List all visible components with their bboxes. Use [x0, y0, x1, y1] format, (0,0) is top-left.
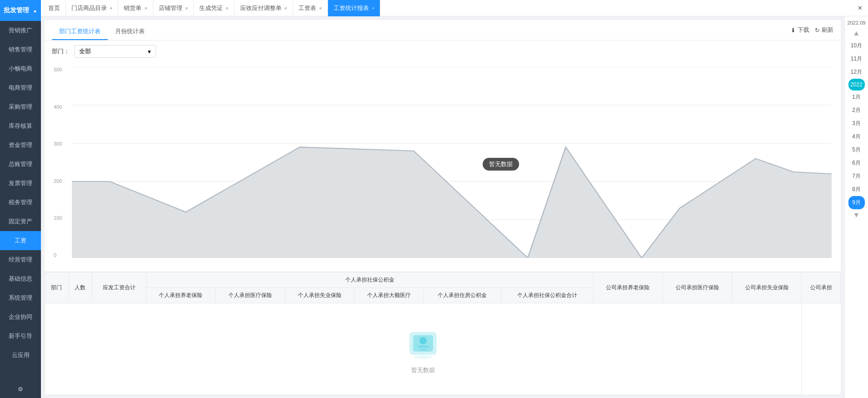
sidebar-item-工资[interactable]: 工资	[0, 231, 41, 250]
sidebar-item-销售管理[interactable]: 销售管理	[0, 40, 41, 59]
tab-生成凭证[interactable]: 生成凭证×	[194, 0, 234, 16]
tab-工资统计报表[interactable]: 工资统计报表×	[328, 0, 380, 16]
no-data-tooltip: 暂无数据	[483, 158, 519, 171]
tab-bar-end: ✕	[858, 5, 866, 11]
tab-close-icon[interactable]: ×	[185, 5, 188, 11]
sidebar-item-营销推广[interactable]: 营销推广	[0, 21, 41, 40]
filter-label: 部门：	[52, 47, 70, 55]
sidebar-item-电商管理[interactable]: 电商管理	[0, 78, 41, 97]
tab-close-icon[interactable]: ×	[226, 5, 228, 11]
sidebar-item-系统管理[interactable]: 系统管理	[0, 288, 41, 307]
tab-close-icon[interactable]: ×	[284, 5, 287, 11]
tab-工资表[interactable]: 工资表×	[293, 0, 328, 16]
sidebar-item-基础信息[interactable]: 基础信息	[0, 269, 41, 288]
sidebar-item-税务管理[interactable]: 税务管理	[0, 193, 41, 212]
tab-close-icon[interactable]: ×	[319, 5, 322, 11]
sidebar-item-经营管理[interactable]: 经营管理	[0, 250, 41, 269]
sidebar-item-总账管理[interactable]: 总账管理	[0, 155, 41, 174]
cal-month-7月[interactable]: 7月	[848, 170, 865, 183]
calendar-panel: 2022.09 ▲ 10月11月12月 2022 1月2月3月4月5月6月7月8…	[844, 16, 868, 398]
tab-店铺管理[interactable]: 店铺管理×	[153, 0, 194, 16]
tab-应收应付调整单[interactable]: 应收应付调整单×	[235, 0, 293, 16]
tab-label: 销货单	[124, 4, 141, 12]
sidebar-header[interactable]: 批发管理 ▲	[0, 0, 41, 21]
settings-icon: ⚙	[18, 386, 23, 393]
table-row: 暂无数据	[45, 303, 841, 395]
empty-state: 暂无数据	[48, 307, 798, 393]
col-count: 人数	[68, 272, 92, 303]
sidebar-arrow-icon: ▲	[33, 8, 37, 13]
tab-首页[interactable]: 首页	[43, 0, 66, 16]
y-label-100: 100	[54, 215, 62, 221]
tab-label: 首页	[48, 4, 60, 12]
sub-tab-月份统计表[interactable]: 月份统计表	[108, 24, 152, 40]
sidebar-settings[interactable]: ⚙	[0, 380, 41, 398]
y-label-400: 400	[54, 104, 62, 110]
tab-销货单[interactable]: 销货单×	[118, 0, 153, 16]
sidebar-item-库存核算[interactable]: 库存核算	[0, 116, 41, 136]
col-company-medical: 公司承担医疗保险	[663, 272, 732, 303]
svg-rect-10	[418, 346, 429, 348]
col-personal-medical: 个人承担医疗保险	[216, 288, 285, 303]
col-company-unemploy: 公司承担失业保险	[732, 272, 802, 303]
chart-y-axis: 500 400 300 200 100 0	[54, 67, 62, 258]
cal-down-nav[interactable]: ▼	[851, 209, 862, 221]
y-label-0: 0	[54, 252, 62, 258]
tab-label: 应收应付调整单	[240, 4, 282, 12]
cal-month-12月[interactable]: 12月	[849, 65, 864, 79]
cal-month-11月[interactable]: 11月	[849, 52, 864, 65]
col-personal-total: 个人承担社保公积金合计	[501, 288, 593, 303]
cal-month-4月[interactable]: 4月	[848, 130, 865, 143]
tab-close-icon[interactable]: ×	[372, 5, 374, 11]
chevron-down-icon: ▾	[148, 48, 151, 55]
sub-tab-部门工资统计表[interactable]: 部门工资统计表	[52, 24, 108, 40]
sub-tab-actions: ⬇ 下载 ↻ 刷新	[791, 26, 833, 38]
sidebar-item-资金管理[interactable]: 资金管理	[0, 136, 41, 155]
sidebar-item-发票管理[interactable]: 发票管理	[0, 174, 41, 193]
refresh-button[interactable]: ↻ 刷新	[815, 26, 833, 34]
col-personal-unemploy: 个人承担失业保险	[285, 288, 354, 303]
col-total-salary: 应发工资合计	[92, 272, 146, 303]
table-container[interactable]: 部门 人数 应发工资合计 个人承担社保公积金 公司承担养老保险 公司承担医疗保险…	[45, 272, 841, 394]
svg-rect-11	[419, 349, 427, 350]
tab-label: 工资统计报表	[333, 4, 369, 12]
close-all-tabs-button[interactable]: ✕	[858, 5, 863, 11]
col-personal-header: 个人承担社保公积金	[146, 272, 593, 288]
col-company-pension: 公司承担养老保险	[593, 272, 663, 303]
sidebar-item-云应用[interactable]: 云应用	[0, 346, 41, 365]
sidebar-item-小畅电商[interactable]: 小畅电商	[0, 59, 41, 78]
tab-门店商品目录[interactable]: 门店商品目录×	[66, 0, 118, 16]
cal-month-9月[interactable]: 9月	[848, 196, 865, 209]
col-dept: 部门	[45, 272, 69, 303]
cal-year-label[interactable]: 2022.09	[847, 18, 867, 27]
cal-month-10月[interactable]: 10月	[849, 39, 864, 52]
col-company-other: 公司承担	[802, 272, 841, 303]
cal-month-5月[interactable]: 5月	[848, 143, 865, 156]
main-area: 首页门店商品目录×销货单×店铺管理×生成凭证×应收应付调整单×工资表×工资统计报…	[41, 0, 868, 398]
sidebar-item-固定资产[interactable]: 固定资产	[0, 212, 41, 231]
sidebar-item-企业协同[interactable]: 企业协同	[0, 307, 41, 327]
cal-up-nav[interactable]: ▲	[851, 27, 862, 39]
data-table: 部门 人数 应发工资合计 个人承担社保公积金 公司承担养老保险 公司承担医疗保险…	[45, 272, 841, 394]
tab-close-icon[interactable]: ×	[110, 5, 112, 11]
cal-month-8月[interactable]: 8月	[848, 183, 865, 196]
cal-month-2月[interactable]: 2月	[848, 104, 865, 117]
tab-label: 门店商品目录	[71, 4, 107, 12]
refresh-label: 刷新	[822, 26, 833, 34]
sidebar-item-新手引导[interactable]: 新手引导	[0, 327, 41, 346]
chart-area: 500 400 300 200 100 0	[45, 62, 841, 272]
cal-month-6月[interactable]: 6月	[848, 156, 865, 170]
department-select[interactable]: 全部 ▾	[74, 45, 156, 58]
tab-close-icon[interactable]: ×	[144, 5, 147, 11]
tab-label: 生成凭证	[199, 4, 223, 12]
cal-month-3月[interactable]: 3月	[848, 117, 865, 130]
svg-point-12	[414, 355, 432, 359]
cal-months-2022: 10月11月12月	[849, 39, 864, 79]
svg-point-9	[419, 337, 427, 344]
sidebar-item-采购管理[interactable]: 采购管理	[0, 97, 41, 116]
empty-text: 暂无数据	[411, 366, 435, 374]
download-button[interactable]: ⬇ 下载	[791, 26, 809, 34]
sidebar: 批发管理 ▲ 营销推广销售管理小畅电商电商管理采购管理库存核算资金管理总账管理发…	[0, 0, 41, 398]
cal-year-2022[interactable]: 2022	[848, 79, 865, 91]
cal-month-1月[interactable]: 1月	[848, 91, 865, 104]
